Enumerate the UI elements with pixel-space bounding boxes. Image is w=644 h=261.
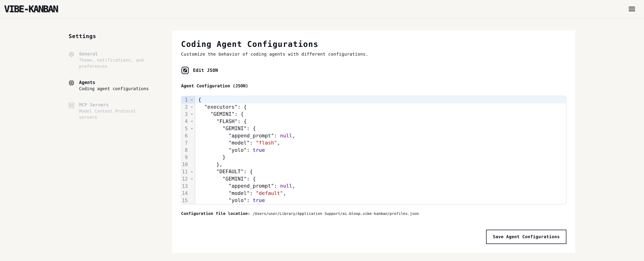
sidebar-item-label: Agents: [79, 80, 149, 86]
line-number: 4: [182, 119, 189, 124]
fold-toggle-icon[interactable]: [189, 106, 195, 108]
sidebar-item-general[interactable]: GeneralTheme, notifications, and prefere…: [68, 51, 156, 70]
line-number: 3: [182, 111, 189, 117]
line-number: 9: [182, 155, 189, 160]
sidebar-item-mcp-servers[interactable]: MCP ServersModel Context Protocol server…: [68, 102, 156, 120]
sidebar-item-description: Model Context Protocol servers: [79, 108, 156, 120]
editor-line[interactable]: 8 "yolo": true: [182, 147, 566, 154]
line-number: 14: [182, 190, 189, 196]
editor-gutter: 4: [182, 118, 195, 125]
editor-gutter: 3: [182, 111, 195, 118]
editor-line[interactable]: 3 "GEMINI": {: [182, 111, 566, 118]
code-line[interactable]: "model": "flash",: [195, 139, 566, 147]
editor-gutter: 12: [182, 175, 195, 183]
gear-icon: [68, 52, 74, 57]
code-line[interactable]: "FLASH": {: [195, 118, 566, 125]
fold-toggle-icon[interactable]: [189, 113, 195, 116]
line-number: 5: [182, 126, 189, 131]
editor-line[interactable]: 1{: [182, 96, 566, 103]
fold-toggle-icon[interactable]: [189, 127, 195, 130]
sidebar-item-description: Theme, notifications, and preferences: [79, 57, 156, 70]
line-number: 11: [182, 169, 189, 175]
line-number: 15: [182, 198, 189, 203]
code-line[interactable]: "GEMINI": {: [195, 111, 566, 118]
file-location-label: Configuration file location:: [181, 211, 250, 216]
editor-gutter: 13: [182, 182, 195, 190]
code-line[interactable]: {: [195, 96, 566, 103]
code-line[interactable]: "DEFAULT": {: [195, 168, 566, 175]
save-row: Save Agent Configurations: [181, 230, 566, 244]
editor-gutter: 6: [182, 132, 195, 139]
editor-line[interactable]: 5 "GEMINI": {: [182, 125, 566, 132]
code-line[interactable]: "append_prompt": null,: [195, 182, 566, 190]
server-icon: [68, 103, 74, 108]
save-agent-configurations-button[interactable]: Save Agent Configurations: [486, 230, 566, 244]
sidebar-item-label: General: [79, 51, 156, 57]
file-location: Configuration file location: /Users/user…: [181, 211, 566, 216]
editor-line[interactable]: 13 "append_prompt": null,: [182, 182, 566, 190]
editor-line[interactable]: 2 "executors": {: [182, 103, 566, 111]
sidebar-item-agents[interactable]: AgentsCoding agent configurations: [68, 80, 156, 92]
edit-json-checkbox-icon: [181, 66, 189, 75]
file-location-path: /Users/user/Library/Application Support/…: [253, 211, 419, 216]
menu-button[interactable]: [627, 5, 637, 13]
code-line[interactable]: "yolo": true: [195, 147, 566, 154]
content-container: Settings GeneralTheme, notifications, an…: [68, 18, 576, 253]
app-logo[interactable]: VIBE-KANBAN: [4, 4, 58, 14]
editor-gutter: 10: [182, 161, 195, 168]
editor-gutter: 1: [182, 96, 195, 103]
editor-line[interactable]: 4 "FLASH": {: [182, 118, 566, 125]
sidebar-nav: GeneralTheme, notifications, and prefere…: [68, 51, 156, 120]
editor-line[interactable]: 6 "append_prompt": null,: [182, 132, 566, 139]
sidebar-item-description: Coding agent configurations: [79, 86, 149, 92]
editor-gutter: 9: [182, 154, 195, 161]
editor-gutter: 7: [182, 139, 195, 147]
sidebar-title: Settings: [68, 33, 156, 39]
fold-toggle-icon[interactable]: [189, 170, 195, 173]
line-number: 8: [182, 147, 189, 153]
line-number: 7: [182, 140, 189, 146]
line-number: 12: [182, 176, 189, 182]
app-header: VIBE-KANBAN: [0, 0, 644, 18]
page-title: Coding Agent Configurations: [181, 40, 566, 49]
line-number: 2: [182, 104, 189, 110]
page-subtitle: Customize the behavior of coding agents …: [181, 52, 566, 57]
code-line[interactable]: "GEMINI": {: [195, 125, 566, 132]
edit-json-label: Edit JSON: [193, 68, 218, 73]
fold-toggle-icon[interactable]: [189, 120, 195, 123]
editor-gutter: 5: [182, 125, 195, 132]
editor-gutter: 11: [182, 168, 195, 175]
editor-line[interactable]: 15 "yolo": true: [182, 197, 566, 204]
fold-toggle-icon[interactable]: [189, 98, 195, 101]
cpu-icon: [68, 80, 74, 86]
sidebar-item-label: MCP Servers: [79, 102, 156, 108]
code-line[interactable]: "yolo": true: [195, 197, 566, 204]
editor-line[interactable]: 7 "model": "flash",: [182, 139, 566, 147]
code-line[interactable]: "append_prompt": null,: [195, 132, 566, 139]
editor-label: Agent Configuration (JSON): [181, 83, 566, 88]
code-line[interactable]: },: [195, 161, 566, 168]
code-line[interactable]: "model": "default",: [195, 190, 566, 197]
line-number: 6: [182, 133, 189, 139]
editor-line[interactable]: 14 "model": "default",: [182, 190, 566, 197]
fold-toggle-icon[interactable]: [189, 177, 195, 180]
line-number: 1: [182, 97, 189, 103]
editor-gutter: 14: [182, 190, 195, 197]
editor-gutter: 8: [182, 147, 195, 154]
editor-line[interactable]: 9 }: [182, 154, 566, 161]
editor-line[interactable]: 11 "DEFAULT": {: [182, 168, 566, 175]
line-number: 13: [182, 183, 189, 189]
code-line[interactable]: }: [195, 154, 566, 161]
code-line[interactable]: "executors": {: [195, 103, 566, 111]
editor-line[interactable]: 10 },: [182, 161, 566, 168]
line-number: 10: [182, 162, 189, 167]
settings-card: Coding Agent Configurations Customize th…: [172, 31, 576, 253]
editor-line[interactable]: 12 "GEMINI": {: [182, 175, 566, 183]
settings-sidebar: Settings GeneralTheme, notifications, an…: [68, 31, 156, 253]
editor-gutter: 15: [182, 197, 195, 204]
code-line[interactable]: "GEMINI": {: [195, 175, 566, 183]
edit-json-toggle[interactable]: Edit JSON: [181, 66, 218, 75]
json-editor[interactable]: 1{2 "executors": {3 "GEMINI": {4 "FLASH"…: [181, 96, 566, 204]
editor-gutter: 2: [182, 103, 195, 111]
